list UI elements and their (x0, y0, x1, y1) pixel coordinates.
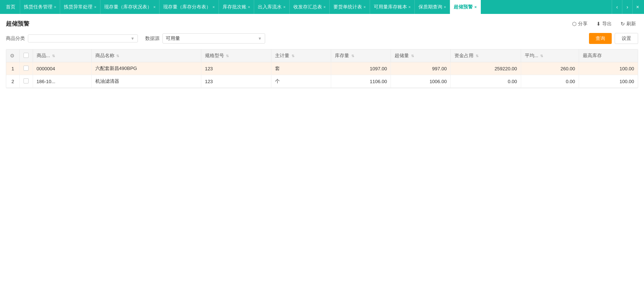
row-maxstock-1: 100.00 (579, 75, 638, 88)
col-name[interactable]: 商品名称 ⇅ (91, 49, 201, 62)
nav-close-all[interactable]: × (632, 0, 643, 14)
data-table-wrapper: ⚙ 商品... ⇅ 商品名称 ⇅ 规格型号 ⇅ (6, 49, 638, 88)
row-code-0: 0000004 (33, 62, 91, 75)
page-content: 超储预警 ⬡ 分享 ⬇ 导出 ↻ 刷新 商品分类 ▼ 数据源 (0, 14, 644, 293)
tab-keyongliang[interactable]: 可用量库存账本 × (370, 0, 415, 14)
tab-close-4[interactable]: × (248, 5, 250, 9)
row-capital-0: 259220.00 (451, 62, 521, 75)
col-capital[interactable]: 资金占用 ⇅ (451, 49, 521, 62)
datasource-select-value: 可用量 (166, 35, 180, 42)
tab-close-5[interactable]: × (283, 5, 285, 9)
table-header-row: ⚙ 商品... ⇅ 商品名称 ⇅ 规格型号 ⇅ (6, 49, 638, 62)
col-avg[interactable]: 平均... ⇅ (521, 49, 579, 62)
tab-close-3[interactable]: × (212, 5, 215, 9)
row-avg-0: 260.00 (521, 62, 579, 75)
datasource-select[interactable]: 可用量 ▼ (162, 33, 265, 44)
row-name-1: 机油滤清器 (91, 75, 201, 88)
col-stock[interactable]: 库存量 ⇅ (331, 49, 391, 62)
tab-close-2[interactable]: × (153, 5, 155, 9)
tab-jianhuorenwuguanli[interactable]: 拣货任务管理 × (20, 0, 60, 14)
category-dropdown-icon: ▼ (131, 36, 135, 41)
export-icon: ⬇ (596, 21, 601, 27)
datasource-filter-group: 数据源 可用量 ▼ (145, 33, 265, 44)
tab-chaochuyujing[interactable]: 超储预警 × (450, 0, 480, 14)
select-all-checkbox[interactable] (23, 53, 29, 58)
datasource-dropdown-icon: ▼ (258, 36, 262, 41)
nav-next-arrow[interactable]: › (622, 0, 632, 14)
sort-overstock-icon: ⇅ (411, 54, 414, 58)
table-row: 2 186-10... 机油滤清器 123 个 1106.00 1006.00 … (6, 75, 638, 88)
row-overstock-0: 997.00 (391, 62, 451, 75)
col-overstock[interactable]: 超储量 ⇅ (391, 49, 451, 62)
page-header: 超储预警 ⬡ 分享 ⬇ 导出 ↻ 刷新 (6, 20, 638, 28)
header-actions: ⬡ 分享 ⬇ 导出 ↻ 刷新 (570, 20, 638, 28)
nav-prev-arrow[interactable]: ‹ (612, 0, 622, 14)
tab-close-9[interactable]: × (444, 5, 446, 9)
row-checkbox-1[interactable] (19, 75, 33, 88)
data-table: ⚙ 商品... ⇅ 商品名称 ⇅ 规格型号 ⇅ (6, 49, 638, 88)
row-num-0: 1 (6, 62, 19, 75)
sort-name-icon: ⇅ (116, 54, 119, 58)
share-icon: ⬡ (572, 21, 577, 27)
row-spec-0: 123 (201, 62, 271, 75)
tab-shoufacunhuizong[interactable]: 收发存汇总表 × (290, 0, 330, 14)
tab-kucunpicizh[interactable]: 库存批次账 × (219, 0, 254, 14)
tab-close-0[interactable]: × (54, 5, 56, 9)
col-gear: ⚙ (6, 49, 19, 62)
table-row: 1 0000004 六配套新昌490BPG 123 套 1097.00 997.… (6, 62, 638, 75)
settings-button[interactable]: 设置 (615, 33, 638, 44)
category-label: 商品分类 (6, 35, 25, 42)
row-num-1: 2 (6, 75, 19, 88)
row-spec-1: 123 (201, 75, 271, 88)
category-filter-group: 商品分类 ▼ (6, 34, 138, 42)
tab-yaohuodantongji[interactable]: 要货单统计表 × (330, 0, 370, 14)
row-select-checkbox-0[interactable] (23, 66, 29, 71)
sort-spec-icon: ⇅ (226, 54, 229, 58)
col-checkbox (19, 49, 33, 62)
refresh-icon: ↻ (621, 21, 625, 27)
tab-baozhiqi[interactable]: 保质期查询 × (415, 0, 450, 14)
tab-close-6[interactable]: × (323, 5, 326, 9)
page-title: 超储预警 (6, 20, 29, 28)
tab-churukuliushui[interactable]: 出入库流水 × (254, 0, 289, 14)
col-maxstock[interactable]: 最高库存 (579, 49, 638, 62)
tab-close-8[interactable]: × (409, 5, 411, 9)
sort-capital-icon: ⇅ (476, 54, 479, 58)
row-overstock-1: 1006.00 (391, 75, 451, 88)
row-stock-0: 1097.00 (331, 62, 391, 75)
nav-arrows: ‹ › × (612, 0, 643, 14)
refresh-button[interactable]: ↻ 刷新 (618, 20, 638, 28)
row-checkbox-0[interactable] (19, 62, 33, 75)
export-button[interactable]: ⬇ 导出 (594, 20, 614, 28)
tab-xiancunliang-status[interactable]: 现存量（库存状况表） × (100, 0, 160, 14)
tab-xiancunliang-dist[interactable]: 现存量（库存分布表） × (160, 0, 219, 14)
row-maxstock-0: 100.00 (579, 62, 638, 75)
filter-row: 商品分类 ▼ 数据源 可用量 ▼ 查询 设置 (6, 33, 638, 44)
row-unit-0: 套 (271, 62, 331, 75)
row-unit-1: 个 (271, 75, 331, 88)
row-capital-1: 0.00 (451, 75, 521, 88)
tab-close-1[interactable]: × (94, 5, 96, 9)
share-button[interactable]: ⬡ 分享 (570, 20, 590, 28)
nav-home[interactable]: 首页 (1, 0, 20, 14)
row-code-1: 186-10... (33, 75, 91, 88)
tab-close-10[interactable]: × (474, 5, 476, 9)
sort-avg-icon: ⇅ (540, 54, 543, 58)
datasource-label: 数据源 (145, 35, 160, 42)
col-code[interactable]: 商品... ⇅ (33, 49, 91, 62)
row-stock-1: 1106.00 (331, 75, 391, 88)
row-avg-1: 0.00 (521, 75, 579, 88)
row-select-checkbox-1[interactable] (23, 78, 29, 84)
row-name-0: 六配套新昌490BPG (91, 62, 201, 75)
nav-bar: 首页 拣货任务管理 × 拣货异常处理 × 现存量（库存状况表） × 现存量（库存… (0, 0, 644, 14)
col-spec[interactable]: 规格型号 ⇅ (201, 49, 271, 62)
sort-unit-icon: ⇅ (292, 54, 294, 58)
query-button[interactable]: 查询 (589, 33, 612, 44)
col-unit[interactable]: 主计量 ⇅ (271, 49, 331, 62)
tab-close-7[interactable]: × (363, 5, 366, 9)
category-select[interactable]: ▼ (28, 34, 138, 42)
tab-jianhuoyichangchuli[interactable]: 拣货异常处理 × (60, 0, 100, 14)
sort-code-icon: ⇅ (52, 54, 55, 58)
gear-icon[interactable]: ⚙ (10, 53, 15, 59)
sort-stock-icon: ⇅ (351, 54, 354, 58)
